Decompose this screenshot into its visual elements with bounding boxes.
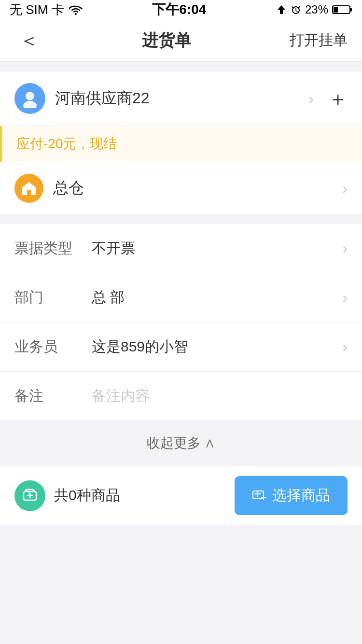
product-count: 共0种商品 [54, 486, 120, 505]
invoice-label: 票据类型 [14, 238, 92, 258]
select-product-icon [252, 489, 267, 503]
status-right: 23% [276, 3, 352, 16]
collapse-label: 收起更多 ∧ [147, 434, 216, 452]
status-bar: 无 SIM 卡 下午6:04 23% [0, 0, 362, 19]
battery-icon [332, 5, 352, 14]
select-product-button[interactable]: 选择商品 [235, 476, 348, 515]
salesman-value: 这是859的小智 [92, 337, 342, 357]
supplier-row[interactable]: 河南供应商22 › ＋ [0, 71, 362, 126]
svg-rect-3 [334, 7, 338, 13]
invoice-chevron-icon: › [342, 239, 348, 257]
supplier-avatar [14, 83, 45, 114]
warehouse-chevron-icon: › [342, 180, 348, 197]
supplier-name: 河南供应商22 [55, 88, 308, 109]
product-info: 共0种商品 [14, 480, 120, 511]
location-icon [276, 4, 287, 15]
nav-bar: ＜ 进货单 打开挂单 [0, 19, 362, 62]
invoice-row[interactable]: 票据类型 不开票 › [0, 224, 362, 273]
supplier-chevron-icon: › [308, 90, 314, 108]
dept-label: 部门 [14, 288, 92, 308]
wifi-icon [69, 4, 83, 15]
svg-rect-2 [350, 8, 352, 12]
note-input[interactable]: 备注内容 [92, 386, 348, 406]
dept-value: 总 部 [92, 288, 342, 308]
note-label: 备注 [14, 386, 92, 406]
note-row[interactable]: 备注 备注内容 [0, 372, 362, 420]
bottom-bar: 共0种商品 选择商品 [0, 466, 362, 525]
alert-row: 应付-20元，现结 [0, 126, 362, 162]
product-icon [14, 480, 45, 511]
warehouse-icon [14, 174, 43, 203]
select-product-label: 选择商品 [272, 486, 330, 505]
salesman-label: 业务员 [14, 337, 92, 357]
svg-point-5 [23, 101, 37, 108]
alert-text: 应付-20元，现结 [16, 136, 117, 151]
salesman-row[interactable]: 业务员 这是859的小智 › [0, 322, 362, 372]
warehouse-row[interactable]: 总仓 › [0, 162, 362, 214]
add-supplier-button[interactable]: ＋ [328, 85, 348, 112]
status-left: 无 SIM 卡 [10, 1, 83, 18]
page-title: 进货单 [142, 29, 191, 52]
page-background [0, 525, 362, 644]
status-time: 下午6:04 [152, 0, 206, 19]
back-button[interactable]: ＜ [14, 22, 43, 58]
battery-text: 23% [305, 3, 328, 16]
svg-point-4 [26, 92, 34, 100]
sim-label: 无 SIM 卡 [10, 1, 64, 18]
form-section: 票据类型 不开票 › 部门 总 部 › 业务员 这是859的小智 › 备注 备注… [0, 224, 362, 420]
top-divider [0, 62, 362, 71]
dept-chevron-icon: › [342, 289, 348, 307]
house-icon [20, 180, 38, 197]
warehouse-name: 总仓 [53, 178, 342, 199]
collapse-row[interactable]: 收起更多 ∧ [0, 420, 362, 466]
open-pending-button[interactable]: 打开挂单 [290, 30, 348, 50]
dept-row[interactable]: 部门 总 部 › [0, 273, 362, 322]
supplier-section: 河南供应商22 › ＋ 应付-20元，现结 总仓 › [0, 71, 362, 214]
alarm-icon [291, 4, 301, 15]
supplier-avatar-icon [20, 89, 40, 108]
salesman-chevron-icon: › [342, 338, 348, 356]
cart-icon [21, 487, 39, 505]
invoice-value: 不开票 [92, 238, 342, 258]
